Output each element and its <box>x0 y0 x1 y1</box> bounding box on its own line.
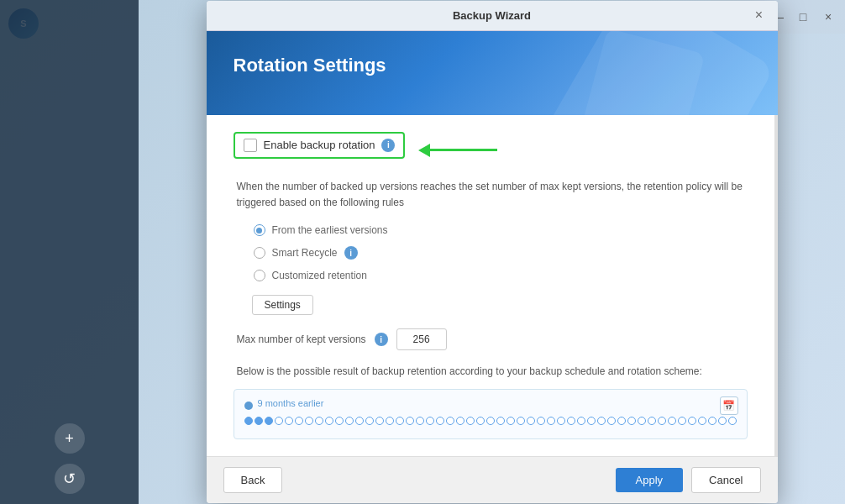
timeline-circle <box>638 417 646 425</box>
modal-title: Backup Wizard <box>234 9 751 22</box>
backup-wizard-modal: Backup Wizard × Rotation Settings Enable… <box>207 1 778 503</box>
radio-customized-btn[interactable] <box>254 270 265 281</box>
max-versions-label: Max number of kept versions <box>237 333 366 345</box>
timeline-circle <box>426 417 434 425</box>
enable-rotation-label: Enable backup rotation <box>264 139 375 151</box>
timeline-circle <box>436 417 444 425</box>
max-versions-row: Max number of kept versions i <box>234 328 748 350</box>
timeline-dot <box>244 402 253 410</box>
timeline-circle <box>315 417 323 425</box>
timeline-circle <box>386 417 394 425</box>
timeline-circle <box>648 417 656 425</box>
timeline-circle <box>577 417 585 425</box>
timeline-circle <box>335 417 344 425</box>
radio-earliest[interactable]: From the earliest versions <box>254 224 748 236</box>
timeline-circle <box>658 417 666 425</box>
timeline-circle <box>597 417 606 425</box>
timeline-circle <box>517 417 525 425</box>
timeline-circle <box>285 417 293 425</box>
timeline-circle <box>557 417 565 425</box>
modal-footer: Back Apply Cancel <box>207 456 778 503</box>
timeline-circle <box>688 417 696 425</box>
timeline-circle <box>295 417 303 425</box>
history-icon[interactable]: ↺ <box>55 464 85 494</box>
modal-banner: Rotation Settings <box>207 31 778 115</box>
timeline-label: 9 months earlier <box>258 398 324 408</box>
timeline-circle <box>416 417 424 425</box>
timeline-circle <box>244 417 253 425</box>
timeline-circle <box>476 417 485 425</box>
timeline-circle <box>406 417 414 425</box>
timeline-circle <box>305 417 313 425</box>
timeline-circle <box>446 417 454 425</box>
apply-button[interactable]: Apply <box>616 468 684 492</box>
timeline-circle <box>698 417 706 425</box>
desktop: S — □ × + ↺ Backup Wizard × Rotation Set… <box>0 0 845 504</box>
radio-smart-recycle-label: Smart Recycle <box>272 247 338 259</box>
timeline-circle <box>355 417 364 425</box>
add-icon[interactable]: + <box>55 423 85 454</box>
timeline-circle <box>547 417 555 425</box>
back-button[interactable]: Back <box>223 467 283 493</box>
radio-earliest-label: From the earliest versions <box>272 224 388 236</box>
taskbar: + ↺ <box>0 0 139 504</box>
timeline-circle <box>325 417 333 425</box>
radio-smart-recycle-btn[interactable] <box>254 247 265 259</box>
timeline-circle <box>486 417 495 425</box>
modal-body: Enable backup rotation i When the number… <box>207 115 778 456</box>
modal-overlay: Backup Wizard × Rotation Settings Enable… <box>139 0 845 504</box>
timeline-circle <box>506 417 515 425</box>
timeline-circle <box>345 417 354 425</box>
timeline-track <box>244 417 737 425</box>
timeline-circle <box>527 417 535 425</box>
timeline-circle <box>668 417 676 425</box>
radio-options: From the earliest versions Smart Recycle… <box>254 224 748 281</box>
max-versions-info-icon[interactable]: i <box>375 333 388 346</box>
timeline-area: 📅 9 months earlier <box>234 389 748 439</box>
radio-earliest-btn[interactable] <box>254 224 265 236</box>
banner-title: Rotation Settings <box>234 55 751 76</box>
smart-recycle-info-icon[interactable]: i <box>344 246 358 260</box>
timeline-circle <box>728 417 737 425</box>
settings-button[interactable]: Settings <box>252 295 313 315</box>
timeline-circle <box>708 417 716 425</box>
timeline-circle <box>718 417 727 425</box>
timeline-circle <box>587 417 596 425</box>
timeline-circle <box>456 417 464 425</box>
rotation-description: When the number of backed up versions re… <box>234 179 748 211</box>
timeline-circle <box>375 417 384 425</box>
timeline-circle <box>617 417 626 425</box>
timeline-circle <box>365 417 374 425</box>
timeline-circle <box>537 417 545 425</box>
green-arrow <box>419 144 497 157</box>
timeline-circle <box>496 417 505 425</box>
cancel-button[interactable]: Cancel <box>691 467 760 493</box>
enable-backup-rotation-row[interactable]: Enable backup rotation i <box>234 132 406 159</box>
timeline-circle <box>396 417 404 425</box>
radio-customized[interactable]: Customized retention <box>254 270 748 281</box>
timeline-circle <box>607 417 616 425</box>
modal-titlebar: Backup Wizard × <box>207 1 778 31</box>
timeline-circle <box>265 417 273 425</box>
below-description: Below is the possible result of backup r… <box>234 364 748 379</box>
timeline-circle <box>567 417 575 425</box>
timeline-circle <box>255 417 263 425</box>
timeline-circle <box>678 417 686 425</box>
radio-smart-recycle[interactable]: Smart Recycle i <box>254 246 748 260</box>
timeline-circle <box>466 417 475 425</box>
modal-close-button[interactable]: × <box>751 7 768 24</box>
calendar-icon[interactable]: 📅 <box>720 396 738 415</box>
enable-rotation-checkbox[interactable] <box>244 139 257 152</box>
timeline-circle <box>627 417 636 425</box>
timeline-circle <box>275 417 283 425</box>
timeline-circles <box>244 417 737 425</box>
arrow-line <box>430 149 497 151</box>
rotation-info-icon[interactable]: i <box>381 139 395 152</box>
radio-customized-label: Customized retention <box>272 270 367 281</box>
arrow-head-icon <box>418 144 430 157</box>
max-versions-input[interactable] <box>396 328 447 350</box>
